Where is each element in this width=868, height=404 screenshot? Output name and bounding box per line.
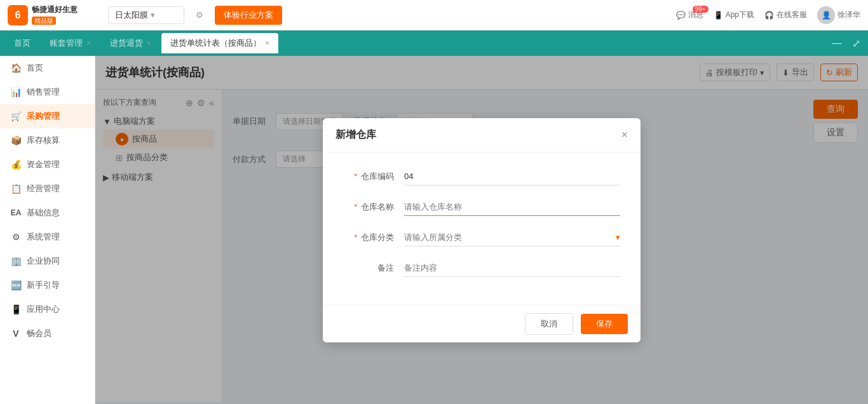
gear-button[interactable]: ⚙ [189,5,210,25]
tab-bar: 首页 账套管理 × 进货退货 × 进货单统计表（按商品） × — ⤢ [0,30,868,56]
sidebar-item-enterprise[interactable]: 🏢 企业协同 [0,249,95,273]
sidebar-item-purchase[interactable]: 🛒 采购管理 [0,104,95,128]
modal-footer: 取消 保存 [323,305,641,342]
modal-close-button[interactable]: × [621,128,628,142]
tab-home[interactable]: 首页 [5,33,39,53]
code-label: * 仓库编码 [343,171,394,182]
sidebar-item-member[interactable]: V 畅会员 [0,321,95,346]
main-layout: 🏠 首页 📊 销售管理 🛒 采购管理 📦 库存核算 💰 资金管理 📋 经营管理 … [0,56,868,404]
name-label: * 仓库名称 [343,201,394,213]
finance-icon: 💰 [10,159,22,170]
online-service-button[interactable]: 🎧 在线客服 [764,10,807,20]
phone-icon: 📱 [714,11,723,20]
top-header: 6 畅捷通好生意 精品版 日太阳膜 ▾ ⚙ 体验行业方案 💬 消息 99+ 📱 … [0,0,868,30]
tab-account[interactable]: 账套管理 × [41,33,100,53]
tab-purchase-return[interactable]: 进货退货 × [101,33,160,53]
cancel-button[interactable]: 取消 [525,313,573,335]
sidebar: 🏠 首页 📊 销售管理 🛒 采购管理 📦 库存核算 💰 资金管理 📋 经营管理 … [0,56,95,404]
chevron-down-icon: ▾ [151,10,155,20]
logo-text: 畅捷通好生意 精品版 [32,4,78,25]
home-icon: 🏠 [10,62,22,74]
sidebar-item-basic-info[interactable]: EA 基础信息 [0,201,95,225]
note-label: 备注 [343,262,394,274]
store-selector[interactable]: 日太阳膜 ▾ [108,6,184,24]
sidebar-item-guide[interactable]: 🆕 新手引导 [0,273,95,297]
tab-purchase-stats-close[interactable]: × [265,39,269,48]
new-warehouse-modal: 新增仓库 × * 仓库编码 * [323,118,641,342]
sidebar-item-home[interactable]: 🏠 首页 [0,56,95,80]
basic-info-icon: EA [10,207,22,219]
tab-minimize-button[interactable]: — [829,35,844,52]
category-dropdown-icon: ▾ [616,232,620,242]
tab-purchase-stats[interactable]: 进货单统计表（按商品） × [161,33,278,53]
inventory-icon: 📦 [10,135,22,146]
code-input[interactable] [404,168,620,185]
modal-body: * 仓库编码 * 仓库名称 [323,152,641,305]
system-icon: ⚙ [10,231,22,243]
form-row-note: 备注 [343,259,620,277]
guide-icon: 🆕 [10,279,22,291]
tab-maximize-button[interactable]: ⤢ [850,35,863,52]
tab-bar-actions: — ⤢ [829,35,863,52]
form-row-name: * 仓库名称 [343,198,620,216]
sidebar-item-sales[interactable]: 📊 销售管理 [0,80,95,104]
messages-button[interactable]: 💬 消息 99+ [676,10,703,20]
app-center-icon: 📱 [10,304,22,315]
member-icon: V [10,328,22,339]
content-area: 进货单统计(按商品) 🖨 按模板打印 ▾ ⬇ 导出 ↻ 刷新 [95,56,868,404]
note-input[interactable] [404,259,620,277]
sidebar-item-operations[interactable]: 📋 经营管理 [0,177,95,201]
header-actions: 💬 消息 99+ 📱 App下载 🎧 在线客服 👤 徐泽华 [676,6,860,24]
user-icon: 👤 [822,11,831,20]
sidebar-item-system[interactable]: ⚙ 系统管理 [0,225,95,249]
enterprise-icon: 🏢 [10,255,22,267]
save-button[interactable]: 保存 [581,314,628,334]
logo-area: 6 畅捷通好生意 精品版 [8,4,103,25]
user-menu[interactable]: 👤 徐泽华 [817,6,860,24]
operations-icon: 📋 [10,183,22,194]
avatar: 👤 [817,6,835,24]
category-label: * 仓库分类 [343,232,394,243]
app-download-button[interactable]: 📱 App下载 [714,10,754,20]
form-row-code: * 仓库编码 [343,168,620,185]
tab-purchase-return-close[interactable]: × [147,39,151,48]
logo-icon: 6 [8,5,28,25]
modal-title: 新增仓库 [336,128,376,142]
trial-button[interactable]: 体验行业方案 [215,6,282,25]
purchase-icon: 🛒 [10,111,22,122]
category-input[interactable] [404,232,616,242]
headset-icon: 🎧 [764,11,774,20]
sidebar-item-inventory[interactable]: 📦 库存核算 [0,128,95,152]
header-icon-group: 💬 消息 99+ 📱 App下载 🎧 在线客服 👤 徐泽华 [676,6,860,24]
tab-account-close[interactable]: × [86,39,91,48]
sidebar-item-finance[interactable]: 💰 资金管理 [0,152,95,177]
category-select[interactable]: ▾ [404,229,620,246]
modal-backdrop: 新增仓库 × * 仓库编码 * [95,56,868,404]
form-row-category: * 仓库分类 ▾ [343,229,620,246]
modal-header: 新增仓库 × [323,118,641,152]
message-icon: 💬 [676,11,686,20]
sales-icon: 📊 [10,86,22,98]
sidebar-item-app-center[interactable]: 📱 应用中心 [0,297,95,321]
name-input[interactable] [404,198,620,216]
